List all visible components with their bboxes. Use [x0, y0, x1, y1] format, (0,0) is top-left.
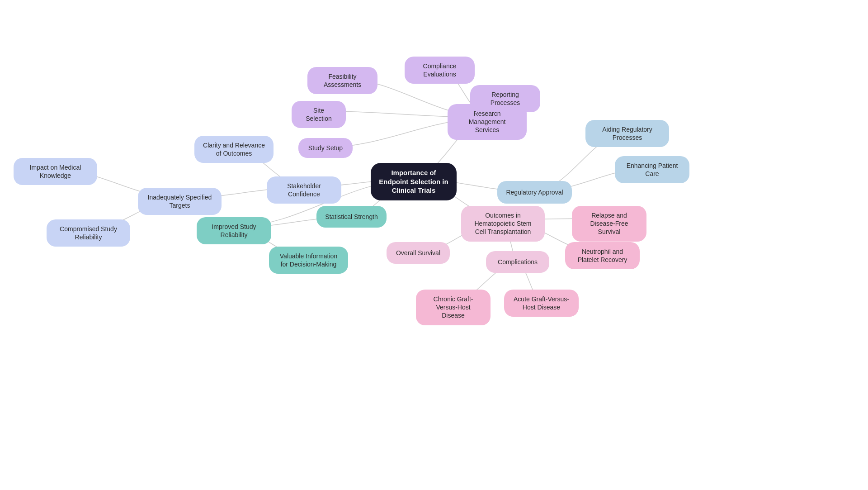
node-site_selection: Site Selection	[292, 101, 346, 128]
node-neutrophil: Neutrophil and Platelet Recovery	[565, 242, 640, 269]
node-regulatory_approval: Regulatory Approval	[497, 181, 572, 204]
node-reporting: Reporting Processes	[470, 85, 540, 112]
node-outcomes_hema: Outcomes in Hematopoietic Stem Cell Tran…	[461, 206, 545, 242]
node-compromised: Compromised Study Reliability	[47, 219, 130, 247]
node-aiding_regulatory: Aiding Regulatory Processes	[585, 120, 669, 147]
node-complications: Complications	[486, 251, 549, 273]
node-feasibility: Feasibility Assessments	[307, 67, 377, 94]
node-overall_survival: Overall Survival	[387, 242, 450, 264]
node-study_setup: Study Setup	[298, 138, 353, 158]
node-improved_reliability: Improved Study Reliability	[197, 217, 271, 244]
node-relapse: Relapse and Disease-Free Survival	[572, 206, 646, 242]
node-acute_graft: Acute Graft-Versus-Host Disease	[504, 290, 579, 317]
node-center: Importance of Endpoint Selection in Clin…	[371, 163, 457, 200]
node-statistical: Statistical Strength	[316, 206, 387, 228]
node-valuable: Valuable Information for Decision-Making	[269, 247, 348, 274]
node-inadequate: Inadequately Specified Targets	[138, 188, 222, 215]
node-clarity: Clarity and Relevance of Outcomes	[194, 136, 274, 163]
mindmap-container: Importance of Endpoint Selection in Clin…	[0, 0, 868, 490]
node-chronic_graft: Chronic Graft-Versus-Host Disease	[416, 290, 491, 325]
node-enhancing_patient: Enhancing Patient Care	[615, 156, 689, 183]
node-stakeholder: Stakeholder Confidence	[267, 176, 341, 204]
node-compliance: Compliance Evaluations	[405, 57, 475, 84]
node-impact_medical: Impact on Medical Knowledge	[14, 158, 97, 185]
